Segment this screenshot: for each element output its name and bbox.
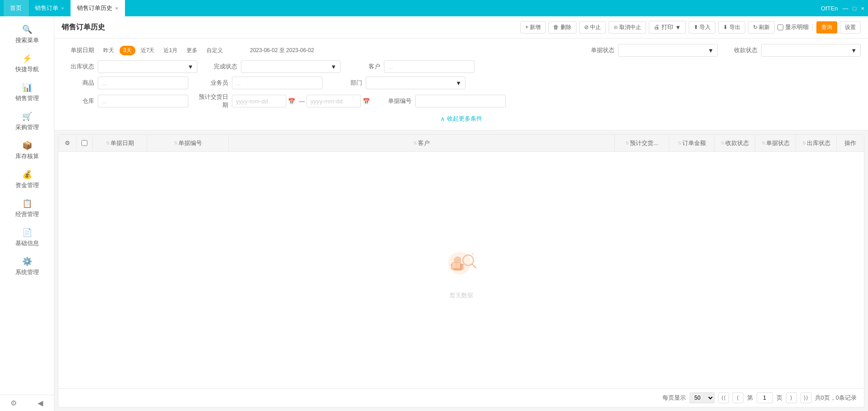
date-pill-3days[interactable]: 3天 [120,46,135,55]
tab-sales-order-history[interactable]: 销售订单历史 × [71,0,125,16]
close-tab-sales-order[interactable]: × [61,5,64,11]
sidebar-bottom-settings[interactable]: ⚙ [0,399,27,407]
sort-amount-icon: ⇅ [678,140,681,145]
show-detail-checkbox[interactable] [777,24,783,30]
prev-page-btn[interactable]: ⟨ [733,392,743,403]
sidebar-item-operations[interactable]: 📋 经营管理 [0,194,54,223]
warehouse-input[interactable]: ... [98,95,188,107]
operations-icon: 📋 [22,198,32,208]
stop-button[interactable]: ⊘ 中止 [579,21,606,34]
date-pill-1month[interactable]: 近1月 [160,46,181,55]
settings-button[interactable]: 设置 [840,21,861,34]
collapse-link[interactable]: ∧ 收起更多条件 [62,113,861,125]
sidebar-item-search-menu[interactable]: 🔍 搜索菜单 [0,20,54,49]
export-button[interactable]: ⬇ 导出 [718,21,745,34]
date-pill-7days[interactable]: 近7天 [137,46,158,55]
last-page-btn[interactable]: ⟩⟩ [801,392,811,403]
inventory-icon: 📦 [22,140,32,150]
filter-area: 单据日期 昨天 3天 近7天 近1月 更多 自定义 2023-06-02 至 2… [54,39,868,131]
first-page-btn[interactable]: ⟨⟨ [718,392,729,403]
filter-row-3: 商品 ... 业务员 ... 部门 ▼ [62,77,861,89]
show-detail-checkbox-label[interactable]: 显示明细 [777,23,809,31]
total-text: 共0页，0条记录 [815,394,857,402]
table-header: ⚙ ⇅ 单据日期 ⇅ 单据编号 ⇅ 客户 ⇅ [58,135,864,152]
delivery-end-input[interactable]: yyyy-mm-dd [307,95,361,107]
page-label: 页 [777,394,782,402]
th-customer[interactable]: ⇅ 客户 [229,135,615,151]
sidebar-item-sales-mgmt[interactable]: 📊 销售管理 [0,78,54,107]
sidebar-item-quick-nav[interactable]: ⚡ 快捷导航 [0,49,54,78]
salesperson-input[interactable]: ... [232,77,322,89]
th-delivery[interactable]: ⇅ 预计交货... [615,135,669,151]
import-button[interactable]: ⬆ 导入 [689,21,715,34]
page-header: 销售订单历史 + 新增 🗑 删除 ⊘ 中止 ⊙ 取消中止 🖨 打印 ▼ ⬆ 导入… [54,16,868,39]
date-pill-today[interactable]: 昨天 [100,46,118,55]
th-order-num[interactable]: ⇅ 单据编号 [147,135,229,151]
sidebar-item-system-mgmt[interactable]: ⚙️ 系统管理 [0,252,54,281]
page-title: 销售订单历史 [62,23,517,32]
out-status-arrow: ▼ [187,63,193,70]
date-pill-more[interactable]: 更多 [183,46,201,55]
th-date[interactable]: ⇅ 单据日期 [93,135,147,151]
tab-home[interactable]: 首页 [4,0,29,16]
bill-status-select[interactable]: ▼ [618,44,718,57]
filter-row-1: 单据日期 昨天 3天 近7天 近1月 更多 自定义 2023-06-02 至 2… [62,44,861,57]
payment-status-arrow: ▼ [851,47,857,54]
delivery-start-input[interactable]: yyyy-mm-dd [232,95,286,107]
th-payment-status[interactable]: ⇅ 收款状态 [715,135,755,151]
th-checkbox[interactable] [77,135,93,151]
sidebar-item-basic-info[interactable]: 📄 基础信息 [0,223,54,252]
sales-mgmt-icon: 📊 [22,82,32,92]
new-button[interactable]: + 新增 [520,21,546,34]
th-out-status[interactable]: ⇅ 出库状态 [796,135,837,151]
salesperson-label: 业务员 [196,79,232,87]
per-page-label: 每页显示 [662,394,686,402]
sidebar: 🔍 搜索菜单 ⚡ 快捷导航 📊 销售管理 🛒 采购管理 📦 库存核算 💰 资金管… [0,16,54,411]
goods-input[interactable]: ... [98,77,188,89]
sort-order-icon: ⇅ [174,140,177,145]
close-tab-sales-order-history[interactable]: × [115,5,118,11]
empty-text: 暂无数据 [450,291,473,300]
close-btn[interactable]: × [861,5,864,12]
th-bill-status[interactable]: ⇅ 单据状态 [755,135,796,151]
payment-status-select[interactable]: ▼ [761,44,861,57]
minimize-btn[interactable]: — [843,5,849,12]
tab-sales-order[interactable]: 销售订单 × [29,0,71,16]
per-page-select[interactable]: 50 10 20 100 [690,392,715,403]
select-all-checkbox[interactable] [82,140,87,146]
page-input[interactable] [757,392,773,403]
svg-point-10 [472,253,473,255]
query-button[interactable]: 查询 [816,21,837,34]
out-status-select[interactable]: ▼ [98,60,197,73]
cancel-stop-button[interactable]: ⊙ 取消中止 [609,21,646,34]
department-label: 部门 [330,79,366,87]
svg-point-11 [476,257,477,258]
sidebar-item-purchase-mgmt[interactable]: 🛒 采购管理 [0,107,54,136]
sidebar-collapse[interactable]: ◀ [27,399,54,407]
svg-line-7 [472,264,475,268]
next-page-btn[interactable]: ⟩ [786,392,797,403]
sidebar-item-inventory[interactable]: 📦 库存核算 [0,136,54,165]
department-select[interactable]: ▼ [366,77,465,89]
print-button[interactable]: 🖨 打印 ▼ [649,21,686,34]
empty-state: 暂无数据 [58,152,864,388]
filter-row-2: 出库状态 ▼ 完成状态 ▼ 客户 ... [62,60,861,73]
refresh-button[interactable]: ↻ 刷新 [748,21,775,34]
delete-button[interactable]: 🗑 删除 [548,21,576,34]
svg-point-12 [470,251,471,252]
bill-number-input[interactable] [415,95,506,107]
sort-delivery-icon: ⇅ [625,140,629,145]
toolbar-divider [812,24,813,31]
th-settings[interactable]: ⚙ [58,135,77,151]
goods-label: 商品 [62,79,98,87]
sidebar-bottom: ⚙ ◀ [0,395,54,411]
date-pill-custom[interactable]: 自定义 [203,46,226,55]
calendar-icon-start: 📅 [288,98,295,105]
th-amount[interactable]: ⇅ 订单金额 [669,135,715,151]
complete-status-select[interactable]: ▼ [241,60,340,73]
customer-input[interactable]: ... [384,60,475,73]
sort-bill-icon: ⇅ [762,140,765,145]
maximize-btn[interactable]: □ [853,5,857,12]
empty-state-icon [439,241,484,286]
sidebar-item-finance[interactable]: 💰 资金管理 [0,165,54,194]
